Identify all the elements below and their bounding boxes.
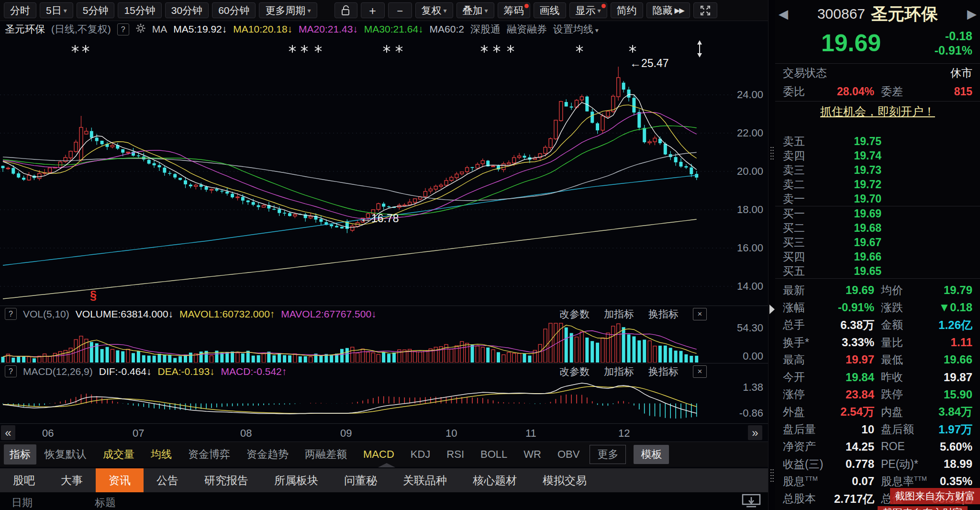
page-right-button[interactable]: »: [748, 425, 762, 440]
period-5day[interactable]: 5日▾: [40, 2, 73, 18]
order-row[interactable]: 卖四19.74274: [775, 148, 980, 163]
order-row[interactable]: 买一19.69271: [775, 206, 980, 221]
nav-tab-公告[interactable]: 公告: [144, 468, 191, 492]
hide-button[interactable]: 隐藏▶▶: [646, 2, 690, 18]
hide-button-label: 隐藏: [653, 4, 673, 17]
order-row[interactable]: 卖三19.73132: [775, 163, 980, 177]
macd-chart[interactable]: 1.38-0.86: [0, 379, 768, 422]
month-label: 06: [42, 427, 54, 440]
collapse-handle-icon[interactable]: [378, 463, 395, 467]
chart-header: 圣元环保(日线,不复权)?MAMA5:19.92↓MA10:20.18↓MA20…: [0, 21, 768, 37]
gear-icon[interactable]: [135, 23, 146, 36]
order-row[interactable]: 买二19.68405: [775, 221, 980, 235]
nav-tab-研究报告[interactable]: 研究报告: [191, 468, 261, 492]
next-stock-arrow-icon[interactable]: ▶: [967, 7, 977, 22]
nav-tab-核心题材[interactable]: 核心题材: [460, 468, 530, 492]
down-arrow-icon: ↓: [371, 308, 377, 319]
watermark: 截图来自东方财富: [890, 488, 980, 504]
control-1[interactable]: 加指标: [604, 365, 634, 378]
volume-chart[interactable]: 54.300.00: [0, 322, 768, 363]
period-5min[interactable]: 5分钟: [77, 2, 115, 18]
stat-row: 今开19.84昨收19.87: [775, 368, 980, 385]
indicator-tab-模板[interactable]: 模板: [634, 445, 669, 464]
fuquan-button[interactable]: 复权▾: [415, 2, 453, 18]
header-link-设置均线[interactable]: 设置均线 ▾: [553, 23, 599, 36]
prev-stock-arrow-icon[interactable]: ◀: [779, 7, 788, 22]
nav-tab-股吧[interactable]: 股吧: [0, 468, 48, 492]
zoom-out-button-label: －: [394, 3, 406, 18]
stat-value: 15.90: [931, 388, 972, 401]
fullscreen-button[interactable]: [693, 2, 717, 18]
stat-value: 10: [833, 423, 874, 436]
indicator-tab-恢复默认[interactable]: 恢复默认: [36, 445, 95, 464]
control-1[interactable]: 加指标: [604, 307, 634, 321]
chips-button[interactable]: 筹码: [498, 2, 530, 18]
page-left-button[interactable]: «: [1, 425, 15, 440]
drag-grip[interactable]: [770, 468, 774, 483]
period-fenshi[interactable]: 分时: [4, 2, 36, 18]
indicator-tab-指标[interactable]: 指标: [4, 444, 36, 465]
event-marker-icon[interactable]: §: [90, 288, 97, 302]
nav-tab-模拟交易[interactable]: 模拟交易: [530, 468, 600, 492]
fuquan-button-label: 复权: [422, 4, 442, 17]
help-icon[interactable]: ?: [5, 308, 17, 320]
indicator-tab-KDJ[interactable]: KDJ: [402, 446, 439, 463]
indicator-tab-MACD[interactable]: MACD: [355, 446, 402, 463]
order-row[interactable]: 卖一19.70566: [775, 192, 980, 206]
control-0[interactable]: 改参数: [559, 307, 590, 321]
indicator-tab-资金博弈[interactable]: 资金博弈: [180, 445, 238, 464]
display-button[interactable]: 显示▾: [569, 2, 607, 18]
nav-tab-所属板块[interactable]: 所属板块: [261, 468, 331, 492]
indicator-tab-更多[interactable]: 更多: [590, 445, 626, 464]
zoom-in-button[interactable]: ＋: [361, 2, 385, 18]
panel-divider[interactable]: [768, 0, 776, 510]
control-2[interactable]: 换指标: [648, 307, 679, 321]
open-account-ad-link[interactable]: 抓住机会，即刻开户！: [775, 102, 980, 122]
period-60min[interactable]: 60分钟: [212, 2, 256, 18]
control-0[interactable]: 改参数: [559, 365, 590, 378]
order-row[interactable]: 买四19.66596: [775, 249, 980, 264]
indicator-tab-资金趋势[interactable]: 资金趋势: [238, 445, 297, 464]
left-arrow-icon: ←: [360, 212, 371, 225]
order-row[interactable]: 买五19.65154: [775, 264, 980, 278]
nav-tab-问董秘[interactable]: 问董秘: [331, 468, 390, 492]
order-row[interactable]: 卖二19.7259: [775, 177, 980, 192]
order-row[interactable]: 卖五19.7515: [775, 134, 980, 148]
indicator-tab-成交量[interactable]: 成交量: [95, 445, 143, 464]
indicator-tab-WR[interactable]: WR: [515, 446, 549, 463]
stat-row: 净资产14.25ROE5.60%: [775, 438, 980, 455]
weibi-value: 28.04%: [833, 85, 874, 98]
drag-grip[interactable]: [770, 146, 774, 160]
help-icon[interactable]: ?: [117, 23, 129, 35]
header-link-深股通[interactable]: 深股通: [470, 23, 501, 36]
indicator-tab-均线[interactable]: 均线: [143, 445, 180, 464]
ma-group-label[interactable]: MA: [152, 23, 167, 35]
more-periods[interactable]: 更多周期▾: [259, 2, 317, 18]
indicator-tab-BOLL[interactable]: BOLL: [472, 446, 515, 463]
order-row[interactable]: 买三19.67435: [775, 235, 980, 249]
panel-title: VOL(5,10): [23, 308, 69, 320]
overlay-button[interactable]: 叠加▾: [457, 2, 494, 18]
close-icon[interactable]: ×: [693, 365, 707, 378]
save-screenshot-icon[interactable]: [741, 494, 762, 510]
zoom-out-button[interactable]: －: [388, 2, 412, 18]
simple-mode-button[interactable]: 简约: [611, 2, 643, 18]
period-30min[interactable]: 30分钟: [165, 2, 209, 18]
kline-chart[interactable]: 24.0022.0020.0018.0016.0014.00←25.47←16.…: [0, 37, 768, 306]
draw-line-button[interactable]: 画线: [534, 2, 566, 18]
indicator-tab-OBV[interactable]: OBV: [549, 446, 588, 463]
collapse-panel-arrow-icon[interactable]: [769, 305, 775, 314]
close-icon[interactable]: ×: [693, 308, 707, 320]
indicator-tab-两融差额[interactable]: 两融差额: [297, 445, 355, 464]
high-value: 25.47: [641, 57, 669, 69]
indicator-tab-RSI[interactable]: RSI: [438, 446, 472, 463]
period-15min[interactable]: 15分钟: [118, 2, 161, 18]
lock-button[interactable]: [334, 2, 357, 18]
control-2[interactable]: 换指标: [648, 365, 679, 378]
nav-tab-资讯[interactable]: 资讯: [96, 468, 144, 492]
nav-tab-大事[interactable]: 大事: [48, 468, 96, 492]
nav-tab-关联品种[interactable]: 关联品种: [390, 468, 460, 492]
header-link-融资融券[interactable]: 融资融券: [507, 23, 547, 36]
volume-axis-bottom: 0.00: [706, 350, 763, 363]
help-icon[interactable]: ?: [5, 365, 17, 377]
